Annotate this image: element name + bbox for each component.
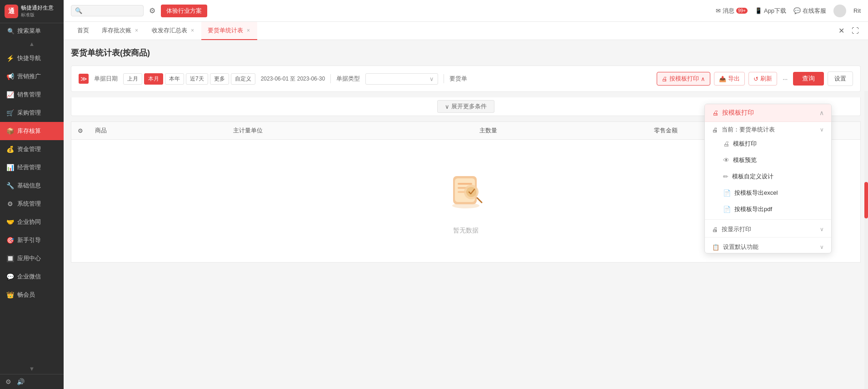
sidebar-item-system[interactable]: ⚙ 系统管理 bbox=[0, 195, 64, 213]
top-header: 🔍 ⚙ 体验行业方案 ✉ 消息 99+ 📱 App下载 💬 在线客服 Rit bbox=[64, 0, 868, 22]
sidebar-item-quick-nav[interactable]: ⚡ 快捷导航 bbox=[0, 49, 64, 67]
message-action[interactable]: ✉ 消息 99+ bbox=[716, 7, 748, 15]
col-goods: 商品 bbox=[90, 122, 228, 140]
print-template-button[interactable]: 🖨 按模板打印 ∧ bbox=[657, 72, 710, 86]
filter-doctype-select[interactable]: ∨ bbox=[365, 73, 438, 85]
tab-maximize-icon[interactable]: ⛶ bbox=[850, 25, 861, 37]
refresh-button[interactable]: ↺ 刷新 bbox=[748, 72, 777, 86]
filter-divider bbox=[330, 74, 331, 83]
query-button[interactable]: 查询 bbox=[793, 72, 824, 86]
dropdown-item-template-design[interactable]: ✏ 模板自定义设计 bbox=[705, 168, 831, 185]
dropdown-close-icon[interactable]: ∧ bbox=[819, 109, 824, 116]
header-gear-icon[interactable]: ⚙ bbox=[149, 6, 155, 15]
expand-more-button[interactable]: ∨ 展开更多条件 bbox=[437, 100, 494, 113]
date-btn-7days[interactable]: 近7天 bbox=[186, 73, 208, 85]
dropdown-item-template-preview[interactable]: 👁 模板预览 bbox=[705, 152, 831, 168]
date-btn-last-month[interactable]: 上月 bbox=[123, 73, 142, 85]
tab-demand-stats[interactable]: 要货单统计表 × bbox=[201, 22, 257, 40]
tab-collect-summary-close[interactable]: × bbox=[190, 28, 195, 33]
print-expand-arrow: ∧ bbox=[701, 76, 705, 82]
sidebar-item-operation[interactable]: 📊 经营管理 bbox=[0, 158, 64, 177]
filter-expand-button[interactable]: ≫ bbox=[79, 74, 89, 84]
logo-icon: 通 bbox=[5, 5, 18, 18]
scroll-up-arrow[interactable]: ▲ bbox=[0, 39, 64, 49]
member-icon: 👑 bbox=[5, 290, 15, 299]
empty-text: 暂无数据 bbox=[453, 227, 479, 235]
sidebar-item-label: 采购管理 bbox=[17, 109, 41, 117]
tab-home[interactable]: 首页 bbox=[71, 22, 95, 40]
date-btn-this-month[interactable]: 本月 bbox=[144, 73, 163, 85]
tab-demand-stats-close[interactable]: × bbox=[246, 28, 251, 33]
inventory-icon: 📦 bbox=[5, 126, 15, 136]
sidebar-item-basic[interactable]: 🔧 基础信息 bbox=[0, 177, 64, 195]
dropdown-display-print-section[interactable]: 🖨 按显示打印 ∨ bbox=[705, 222, 831, 235]
template-preview-icon: 👁 bbox=[723, 157, 729, 164]
settings-button[interactable]: 设置 bbox=[828, 71, 853, 86]
page-content: 要货单统计表(按商品) ≫ 单据日期 上月 本月 本年 近7天 更多 自定义 2… bbox=[64, 40, 868, 389]
date-btn-custom[interactable]: 自定义 bbox=[231, 73, 255, 85]
date-btn-more[interactable]: 更多 bbox=[210, 73, 229, 85]
finance-icon: 💰 bbox=[5, 145, 15, 154]
header-search-input[interactable] bbox=[82, 8, 137, 14]
scroll-down-arrow[interactable]: ▼ bbox=[0, 364, 64, 374]
sidebar-item-label: 企业协同 bbox=[17, 218, 41, 226]
app-download-label: App下载 bbox=[764, 7, 786, 15]
sidebar-logo: 通 畅捷通好生意 标准版 bbox=[0, 0, 64, 23]
online-service-action[interactable]: 💬 在线客服 bbox=[793, 7, 826, 15]
export-icon: 📤 bbox=[719, 76, 726, 82]
sidebar-item-inventory[interactable]: 📦 库存核算 bbox=[0, 122, 64, 140]
tab-collect-summary[interactable]: 收发存汇总表 × bbox=[145, 22, 201, 40]
sidebar-item-label: 快捷导航 bbox=[17, 54, 41, 62]
right-scrollbar[interactable] bbox=[864, 91, 868, 389]
sidebar-item-guide[interactable]: 🎯 新手引导 bbox=[0, 231, 64, 249]
sidebar-item-app-center[interactable]: 🔲 应用中心 bbox=[0, 249, 64, 268]
dropdown-item-template-excel[interactable]: 📄 按模板导出excel bbox=[705, 185, 831, 201]
tab-home-label: 首页 bbox=[77, 26, 89, 35]
sidebar-item-marketing[interactable]: 📢 营销推广 bbox=[0, 67, 64, 86]
date-btn-this-year[interactable]: 本年 bbox=[165, 73, 184, 85]
sidebar-item-label: 企业微信 bbox=[17, 273, 41, 281]
filter-doctype-label: 单据类型 bbox=[336, 75, 360, 83]
header-search-box[interactable]: 🔍 bbox=[71, 5, 144, 16]
dropdown-item-template-pdf[interactable]: 📄 按模板导出pdf bbox=[705, 201, 831, 217]
display-print-icon: 🖨 bbox=[712, 226, 718, 233]
sidebar-item-purchase[interactable]: 🛒 采购管理 bbox=[0, 104, 64, 122]
filter-date-label: 单据日期 bbox=[94, 75, 118, 83]
tab-inventory-batch[interactable]: 库存批次账 × bbox=[95, 22, 145, 40]
sidebar-item-sales[interactable]: 📈 销售管理 bbox=[0, 86, 64, 104]
search-menu[interactable]: 🔍 搜索菜单 bbox=[0, 23, 64, 39]
sidebar-item-member[interactable]: 👑 畅会员 bbox=[0, 286, 64, 304]
dropdown-current-section[interactable]: 🖨 当前：要货单统计表 ∨ bbox=[705, 122, 831, 136]
dropdown-title: 🖨 按模板打印 bbox=[712, 109, 754, 117]
tab-close-all-icon[interactable]: ✕ bbox=[837, 25, 846, 37]
sidebar-item-wecom[interactable]: 💬 企业微信 bbox=[0, 268, 64, 286]
message-icon: ✉ bbox=[716, 7, 721, 14]
audio-icon[interactable]: 🔊 bbox=[17, 378, 25, 385]
export-label: 导出 bbox=[728, 75, 740, 83]
dropdown-default-function-section[interactable]: 📋 设置默认功能 ∨ bbox=[705, 239, 831, 253]
settings-icon[interactable]: ⚙ bbox=[5, 378, 11, 385]
app-download-action[interactable]: 📱 App下载 bbox=[755, 7, 786, 15]
filter-demand-label: 要货单 bbox=[449, 75, 467, 83]
sidebar-item-finance[interactable]: 💰 资金管理 bbox=[0, 140, 64, 158]
template-pdf-icon: 📄 bbox=[723, 206, 731, 213]
more-icon[interactable]: ··· bbox=[781, 76, 789, 82]
filter-expand-icon: ≫ bbox=[80, 75, 87, 82]
current-section-icon: 🖨 bbox=[712, 126, 718, 133]
export-button[interactable]: 📤 导出 bbox=[714, 72, 745, 86]
user-avatar[interactable] bbox=[833, 5, 846, 17]
dropdown-item-template-print[interactable]: 🖨 模板打印 bbox=[705, 136, 831, 152]
template-excel-icon: 📄 bbox=[723, 189, 731, 197]
sidebar-item-label: 应用中心 bbox=[17, 254, 41, 263]
sidebar-item-label: 库存核算 bbox=[17, 127, 41, 135]
filter-date-buttons: 上月 本月 本年 近7天 更多 自定义 bbox=[123, 73, 255, 85]
col-settings-icon[interactable]: ⚙ bbox=[78, 127, 83, 134]
tab-inventory-batch-close[interactable]: × bbox=[134, 28, 139, 33]
sidebar-item-collab[interactable]: 🤝 企业协同 bbox=[0, 213, 64, 231]
tab-collect-summary-label: 收发存汇总表 bbox=[152, 26, 187, 35]
app-center-icon: 🔲 bbox=[5, 254, 15, 263]
col-settings[interactable]: ⚙ bbox=[71, 122, 90, 140]
scrollbar-thumb[interactable] bbox=[864, 182, 868, 218]
trial-button[interactable]: 体验行业方案 bbox=[161, 5, 207, 17]
collab-icon: 🤝 bbox=[5, 217, 15, 227]
